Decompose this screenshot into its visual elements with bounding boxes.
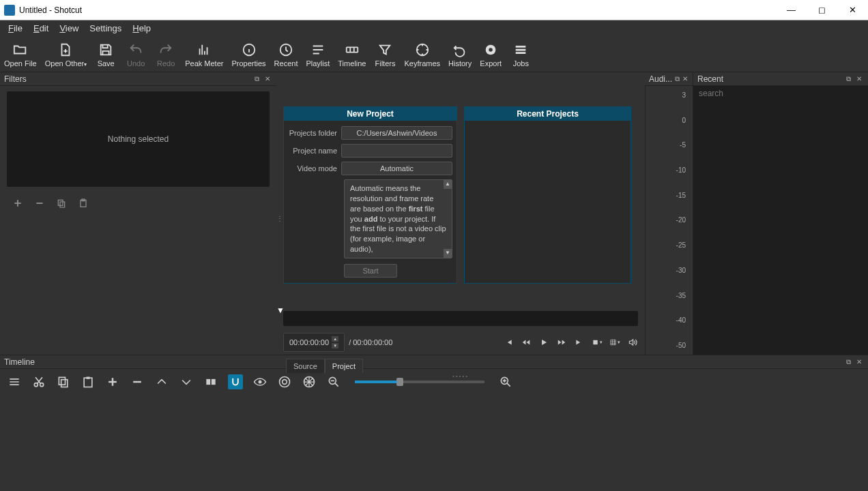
- peak-meter-button[interactable]: Peak Meter: [181, 38, 227, 70]
- redo-button[interactable]: Redo: [151, 38, 181, 70]
- menu-file[interactable]: File: [3, 20, 28, 37]
- remove-button[interactable]: [130, 374, 145, 389]
- scroll-up-icon[interactable]: ▲: [444, 180, 452, 189]
- left-resizer[interactable]: [276, 213, 279, 234]
- audio-scale: 3 0 -5 -10 -15 -20 -25 -30 -35 -40 -50: [676, 91, 686, 349]
- center-panel: New Project Projects folder C:/Users/Ash…: [276, 72, 645, 355]
- properties-button[interactable]: Properties: [227, 38, 270, 70]
- maximize-button[interactable]: ◻: [807, 0, 837, 20]
- undo-icon: [128, 42, 143, 57]
- skip-prev-button[interactable]: [503, 337, 514, 348]
- player-area: ▼ 00:00:00:00 ▲ ▼ / 00:00:00:00: [276, 311, 645, 373]
- minimize-button[interactable]: —: [776, 0, 807, 20]
- lift-button[interactable]: [154, 374, 169, 389]
- timeline-menu-button[interactable]: [7, 374, 22, 389]
- open-other-button[interactable]: Open Other▾: [41, 38, 91, 70]
- undo-button[interactable]: Undo: [121, 38, 151, 70]
- scroll-down-icon[interactable]: ▼: [444, 249, 452, 258]
- project-name-label: Project name: [288, 147, 341, 155]
- tab-source[interactable]: Source: [286, 359, 325, 373]
- playlist-icon: [310, 42, 326, 57]
- open-file-button[interactable]: Open File: [0, 38, 41, 70]
- zoom-fit-button[interactable]: ▾: [592, 337, 603, 348]
- player-transport: ▾ ▾: [503, 337, 638, 348]
- skip-next-button[interactable]: [574, 337, 585, 348]
- workarea: Filters ⧉ ✕ Nothing selected New Project…: [0, 72, 868, 355]
- horizontal-resizer[interactable]: •••••: [276, 373, 645, 379]
- export-icon: [483, 42, 498, 57]
- folder-open-icon: [13, 42, 28, 57]
- export-button[interactable]: Export: [476, 38, 506, 70]
- audio-peak-panel: Audi... ⧉ ✕ 3 0 -5 -10 -15 -20 -25 -30 -…: [645, 72, 693, 355]
- clock-icon: [278, 42, 293, 57]
- playlist-button[interactable]: Playlist: [302, 38, 334, 70]
- timecode-down-icon[interactable]: ▼: [332, 343, 338, 348]
- copy-filter-button[interactable]: [55, 196, 68, 210]
- snap-button[interactable]: [228, 374, 243, 389]
- scrub-button[interactable]: [252, 374, 267, 389]
- svg-rect-13: [61, 380, 68, 387]
- menu-help[interactable]: Help: [127, 20, 156, 37]
- zoom-thumb[interactable]: [396, 378, 403, 386]
- save-button[interactable]: Save: [91, 38, 121, 70]
- svg-rect-14: [84, 378, 92, 387]
- add-filter-button[interactable]: [11, 196, 25, 210]
- menu-view[interactable]: View: [54, 20, 84, 37]
- cut-button[interactable]: [31, 374, 46, 389]
- paste-filter-button[interactable]: [76, 196, 90, 210]
- current-timecode[interactable]: 00:00:00:00 ▲ ▼: [283, 333, 345, 352]
- tab-project[interactable]: Project: [325, 359, 363, 373]
- grid-button[interactable]: ▾: [609, 337, 620, 348]
- append-button[interactable]: [105, 374, 120, 389]
- timeline-undock-icon[interactable]: ⧉: [843, 357, 853, 367]
- audio-meter-body: 3 0 -5 -10 -15 -20 -25 -30 -35 -40 -50: [645, 86, 693, 355]
- rewind-button[interactable]: [521, 337, 532, 348]
- svg-rect-12: [59, 377, 65, 385]
- forward-button[interactable]: [556, 337, 567, 348]
- project-name-input[interactable]: [341, 144, 452, 158]
- filters-button[interactable]: Filters: [370, 38, 400, 70]
- start-button[interactable]: Start: [344, 264, 397, 278]
- play-button[interactable]: [538, 337, 549, 348]
- filters-empty-message: Nothing selected: [7, 91, 270, 187]
- jobs-button[interactable]: Jobs: [506, 38, 536, 70]
- recent-search-input[interactable]: [693, 86, 868, 101]
- info-scrollbar[interactable]: ▲ ▼: [444, 180, 452, 258]
- filters-undock-icon[interactable]: ⧉: [252, 74, 261, 84]
- filter-icon: [377, 42, 392, 57]
- video-mode-info: Automatic means the resolution and frame…: [344, 179, 452, 258]
- audio-close-icon[interactable]: ✕: [682, 74, 689, 84]
- svg-rect-16: [206, 379, 210, 385]
- menu-settings[interactable]: Settings: [84, 20, 127, 37]
- zoom-slider[interactable]: [355, 381, 484, 383]
- svg-rect-15: [87, 377, 90, 379]
- projects-folder-value[interactable]: C:/Users/Ashwin/Videos: [341, 126, 452, 140]
- svg-rect-6: [60, 202, 65, 207]
- overwrite-button[interactable]: [179, 374, 194, 389]
- filters-close-icon[interactable]: ✕: [263, 74, 272, 84]
- split-button[interactable]: [203, 374, 218, 389]
- redo-icon: [158, 42, 173, 57]
- timeline-button[interactable]: Timeline: [334, 38, 370, 70]
- timeline-close-icon[interactable]: ✕: [854, 357, 864, 367]
- new-project-title: New Project: [284, 107, 457, 121]
- menu-edit[interactable]: Edit: [28, 20, 54, 37]
- audio-undock-icon[interactable]: ⧉: [674, 74, 680, 84]
- history-button[interactable]: History: [444, 38, 476, 70]
- recent-close-icon[interactable]: ✕: [854, 74, 864, 84]
- recent-undock-icon[interactable]: ⧉: [843, 74, 853, 84]
- copy-button[interactable]: [56, 374, 71, 389]
- timeline-tracks[interactable]: [0, 395, 868, 491]
- recent-panel: Recent ⧉ ✕: [693, 72, 868, 355]
- remove-filter-button[interactable]: [33, 196, 46, 210]
- timecode-up-icon[interactable]: ▲: [332, 336, 338, 342]
- close-button[interactable]: ✕: [837, 0, 868, 20]
- app-icon: [4, 5, 15, 16]
- recent-panel-header: Recent ⧉ ✕: [693, 72, 868, 86]
- player-track[interactable]: [283, 311, 638, 326]
- video-mode-select[interactable]: Automatic: [341, 162, 452, 175]
- recent-button[interactable]: Recent: [270, 38, 302, 70]
- volume-button[interactable]: [627, 337, 638, 348]
- paste-button[interactable]: [81, 374, 96, 389]
- keyframes-button[interactable]: Keyframes: [400, 38, 444, 70]
